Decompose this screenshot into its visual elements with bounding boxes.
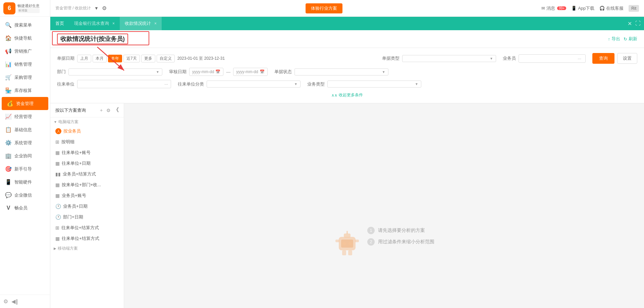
scheme-partner-settle2[interactable]: ▦ 往来单位+结算方式 xyxy=(50,233,124,244)
app-download-btn[interactable]: 📱 App下载 xyxy=(571,5,594,11)
finance-icon: 💰 xyxy=(7,100,13,107)
online-service-btn[interactable]: 🎧 在线客服 xyxy=(599,5,624,11)
query-button[interactable]: 查询 xyxy=(592,53,614,64)
trial-button[interactable]: 体验行业方案 xyxy=(306,3,342,13)
sidebar-item-wechat[interactable]: 💬 企业微信 xyxy=(0,189,50,202)
date-btn-lastmonth[interactable]: 上月 xyxy=(77,55,91,62)
sidebar-label-search: 搜索菜单 xyxy=(14,22,32,28)
partner-category-label: 往来单位分类 xyxy=(178,81,204,87)
date-btn-custom[interactable]: 自定义 xyxy=(157,55,175,62)
export-button[interactable]: ↑ 导出 xyxy=(608,36,621,42)
audit-date-end[interactable]: yyyy-mm-dd 📅 xyxy=(233,68,267,76)
search-icon: 🔍 xyxy=(5,22,12,28)
mobile-group-label[interactable]: ▶ 移动端方案 xyxy=(50,244,124,252)
audit-date-start[interactable]: yyyy-mm-dd 📅 xyxy=(189,68,223,76)
scheme-panel-title: 按以下方案查询 xyxy=(55,107,86,113)
pc-group-label[interactable]: ▼ 电脑端方案 xyxy=(50,117,124,126)
biztype-select[interactable]: ▼ xyxy=(327,81,421,88)
dept-select[interactable]: ▼ xyxy=(68,68,162,75)
messages-btn[interactable]: ✉ 消息 99+ xyxy=(541,5,566,11)
empty-step-2: 2 用过滤条件来缩小分析范围 xyxy=(367,238,434,246)
sidebar-item-finance[interactable]: 💰 资金管理 xyxy=(2,97,48,110)
step1-num: 1 xyxy=(367,227,375,234)
system-icon: ⚙️ xyxy=(5,140,12,146)
tab-bank-close[interactable]: × xyxy=(112,21,115,26)
svg-rect-7 xyxy=(355,240,359,242)
scheme-by-detail[interactable]: ⊞ 按明细 xyxy=(50,137,124,147)
sidebar-item-hardware[interactable]: 📱 智能硬件 xyxy=(0,175,50,189)
top-header: 资金管理 / 收款统计 ▼ ⚙ 体验行业方案 ✉ 消息 99+ 📱 App下载 … xyxy=(50,0,644,17)
dept-dropdown-arrow: ▼ xyxy=(156,70,159,74)
scheme-partner-date[interactable]: ▦ 往来单位+日期 xyxy=(50,158,124,169)
sidebar-item-system[interactable]: ⚙️ 系统管理 xyxy=(0,136,50,149)
scheme-by-partner-dept[interactable]: ▦ 按来单位+部门+收... xyxy=(50,179,124,190)
inventory-icon: 🏪 xyxy=(5,87,12,94)
tab-home[interactable]: 首页 xyxy=(50,17,69,30)
scheme-by-salesperson[interactable]: 人 按业务员 xyxy=(50,126,124,137)
sidebar-item-marketing[interactable]: 📢 营销推广 xyxy=(0,45,50,58)
sidebar-label-basic: 基础信息 xyxy=(14,127,32,133)
wechat-icon: 💬 xyxy=(5,192,12,198)
tab-close-all-icon[interactable]: ✕ xyxy=(628,20,632,27)
date-btn-more[interactable]: 更多 xyxy=(141,55,155,62)
collapse-scheme-icon[interactable]: 《 xyxy=(113,107,119,114)
tab-expand-icon[interactable]: ⛶ xyxy=(635,20,641,27)
doctype-filter: 单据类型 ▼ xyxy=(382,55,496,62)
sidebar-item-search[interactable]: 🔍 搜索菜单 xyxy=(0,18,50,32)
dropdown-arrow-icon: ▼ xyxy=(94,6,99,11)
sidebar-item-quicknav[interactable]: 🏠 快捷导航 xyxy=(0,32,50,45)
partner-category-select[interactable]: ▼ xyxy=(207,81,301,88)
sidebar-item-purchase[interactable]: 🛒 采购管理 xyxy=(0,71,50,84)
docstatus-select[interactable]: ▼ xyxy=(294,68,388,75)
sidebar-item-enterprise[interactable]: 🏢 企业协同 xyxy=(0,149,50,162)
scheme-dept-date[interactable]: 🕐 部门+日期 xyxy=(50,212,124,222)
scheme-partner-settle1[interactable]: ⊞ 往来单位+结算方式 xyxy=(50,222,124,233)
scheme-partner-account[interactable]: ▦ 往来单位+账号 xyxy=(50,147,124,158)
sidebar-item-guide[interactable]: 🎯 新手引导 xyxy=(0,162,50,175)
tab-receipt[interactable]: 收款情况统计 × xyxy=(120,17,162,30)
tab-receipt-close[interactable]: × xyxy=(154,21,157,26)
sidebar-item-inventory[interactable]: 🏪 库存核算 xyxy=(0,84,50,97)
sidebar-label-sales: 销售管理 xyxy=(14,61,32,67)
filter-settings-button[interactable]: 设置 xyxy=(617,53,637,64)
header-dropdown[interactable]: ▼ xyxy=(94,6,99,11)
doctype-select[interactable]: ▼ xyxy=(402,55,496,62)
svg-rect-8 xyxy=(342,250,346,255)
add-scheme-icon[interactable]: ＋ xyxy=(99,107,104,113)
settings-scheme-icon[interactable]: ⚙ xyxy=(106,108,111,113)
sidebar-label-wechat: 企业微信 xyxy=(14,192,32,198)
salesperson-select[interactable]: ··· xyxy=(519,54,586,63)
sidebar-item-basic[interactable]: 📋 基础信息 xyxy=(0,123,50,136)
refresh-button[interactable]: ↻ 刷新 xyxy=(624,36,637,42)
svg-point-3 xyxy=(348,242,352,245)
header-settings-icon[interactable]: ⚙ xyxy=(102,5,107,11)
scheme-salesperson-date[interactable]: 🕐 业务员+日期 xyxy=(50,201,124,212)
partner-dots[interactable]: ··· xyxy=(164,82,168,87)
partner-category-filter: 往来单位分类 ▼ xyxy=(178,81,301,88)
main-content: 收款情况统计(按业务员) ↑ 导出 ↻ 刷新 单据日期 上月 本月 本年 近7天 xyxy=(50,30,644,308)
sidebar-item-operations[interactable]: 📈 经营管理 xyxy=(0,110,50,123)
sidebar-item-member[interactable]: V 畅会员 xyxy=(0,202,50,214)
tab-bank[interactable]: 现金银行流水查询 × xyxy=(69,17,120,30)
settings-bottom-icon[interactable]: ⚙ xyxy=(3,298,8,305)
refresh-icon: ↻ xyxy=(624,37,627,42)
user-avatar[interactable]: Rit xyxy=(629,5,639,12)
sidebar-item-sales[interactable]: 📊 销售管理 xyxy=(0,58,50,71)
salesperson-filter: 业务员 ··· xyxy=(503,54,586,63)
scheme-salesperson-account[interactable]: ▦ 业务员+账号 xyxy=(50,190,124,201)
dept-filter: 部门 ▼ xyxy=(57,68,162,75)
date-btn-thismonth[interactable]: 本月 xyxy=(93,55,107,62)
biztype-label: 业务类型 xyxy=(307,81,325,87)
sidebar: 6 畅捷通好生意 标准版 🔍 搜索菜单 🏠 快捷导航 📢 营销推广 📊 销售管理… xyxy=(0,0,50,308)
step2-num: 2 xyxy=(367,238,375,246)
date-btn-thisyear[interactable]: 本年 xyxy=(108,55,122,62)
scheme-salesperson-settle[interactable]: ▮▮ 业务员+结算方式 xyxy=(50,169,124,179)
svg-rect-6 xyxy=(335,240,339,242)
partner-filter: 往来单位 ··· xyxy=(57,80,171,88)
docstatus-dropdown-arrow: ▼ xyxy=(382,70,385,74)
collapse-filter-btn[interactable]: ∧∧ 收起更多条件 xyxy=(331,92,363,98)
date-btn-7days[interactable]: 近7天 xyxy=(123,55,140,62)
partner-select[interactable]: ··· xyxy=(77,80,171,88)
collapse-sidebar-icon[interactable]: ◀‖ xyxy=(11,298,18,305)
biztype-dropdown-arrow: ▼ xyxy=(415,82,418,86)
